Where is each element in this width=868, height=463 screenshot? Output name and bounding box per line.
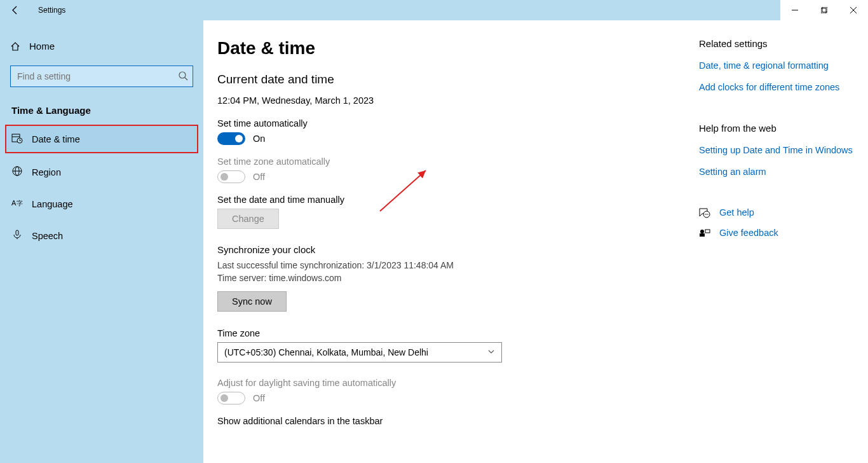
- home-icon: [10, 41, 20, 52]
- close-icon: [850, 7, 857, 13]
- close-button[interactable]: [839, 0, 868, 20]
- svg-rect-26: [705, 230, 710, 233]
- sidebar-item-language[interactable]: A字 Language: [0, 191, 203, 217]
- calendar-clock-icon: [11, 132, 23, 146]
- sidebar-category: Time & Language: [0, 100, 203, 125]
- current-datetime-heading: Current date and time: [217, 73, 699, 86]
- search-input[interactable]: [10, 66, 193, 87]
- dst-label: Adjust for daylight saving time automati…: [217, 378, 699, 388]
- sidebar-home-label: Home: [29, 41, 55, 52]
- maximize-icon: [821, 7, 827, 13]
- sync-server-text: Time server: time.windows.com: [217, 272, 699, 284]
- set-time-auto-state: On: [253, 134, 265, 144]
- minimize-button[interactable]: [780, 0, 810, 20]
- sidebar-item-region[interactable]: Region: [0, 158, 203, 186]
- link-regional-formatting[interactable]: Date, time & regional formatting: [699, 58, 853, 79]
- svg-text:字: 字: [17, 200, 23, 207]
- search-icon: [178, 71, 188, 83]
- feedback-icon: [699, 228, 710, 240]
- set-time-auto-label: Set time automatically: [217, 118, 699, 128]
- get-help-row[interactable]: Get help: [699, 207, 853, 220]
- dst-toggle: [217, 392, 245, 404]
- main-content: Date & time Current date and time 12:04 …: [203, 20, 699, 463]
- sidebar: Home Time & Language Date & time Region: [0, 20, 203, 463]
- svg-point-21: [705, 214, 705, 214]
- help-web-heading: Help from the web: [699, 123, 853, 134]
- change-button: Change: [217, 209, 279, 229]
- sidebar-home[interactable]: Home: [0, 34, 203, 58]
- get-help-link[interactable]: Get help: [719, 207, 754, 220]
- additional-calendars-label: Show additional calendars in the taskbar: [217, 416, 699, 426]
- set-tz-auto-label: Set time zone automatically: [217, 156, 699, 167]
- sync-now-button[interactable]: Sync now: [217, 291, 287, 312]
- globe-icon: [11, 166, 23, 178]
- sidebar-item-label: Language: [32, 199, 73, 209]
- svg-text:A: A: [11, 199, 17, 207]
- manual-datetime-label: Set the date and time manually: [217, 195, 699, 205]
- sidebar-item-speech[interactable]: Speech: [0, 222, 203, 249]
- svg-rect-17: [16, 230, 18, 235]
- svg-rect-1: [821, 8, 826, 13]
- chevron-down-icon: [487, 347, 495, 357]
- sidebar-item-label: Speech: [32, 231, 63, 241]
- current-datetime-value: 12:04 PM, Wednesday, March 1, 2023: [217, 95, 699, 106]
- give-feedback-link[interactable]: Give feedback: [719, 228, 778, 240]
- set-tz-auto-toggle: [217, 170, 245, 183]
- svg-rect-25: [700, 233, 705, 237]
- dst-state: Off: [253, 393, 265, 403]
- titlebar: Settings: [0, 0, 868, 20]
- back-button[interactable]: [0, 0, 31, 20]
- svg-point-23: [707, 214, 708, 214]
- set-tz-auto-state: Off: [253, 172, 265, 182]
- svg-line-6: [185, 78, 187, 80]
- arrow-left-icon: [10, 5, 20, 15]
- svg-point-22: [706, 214, 707, 214]
- maximize-button[interactable]: [810, 0, 839, 20]
- sync-last-text: Last successful time synchronization: 3/…: [217, 259, 699, 272]
- svg-point-5: [179, 72, 186, 78]
- page-title: Date & time: [217, 38, 699, 59]
- sidebar-item-date-time[interactable]: Date & time: [5, 125, 198, 153]
- sync-heading: Synchronize your clock: [217, 244, 699, 255]
- svg-point-24: [700, 230, 704, 233]
- language-icon: A字: [11, 198, 23, 209]
- microphone-icon: [11, 230, 23, 242]
- minimize-icon: [792, 7, 798, 13]
- sidebar-item-label: Date & time: [32, 134, 80, 144]
- chat-icon: [699, 208, 710, 220]
- give-feedback-row[interactable]: Give feedback: [699, 228, 853, 240]
- aside-panel: Related settings Date, time & regional f…: [699, 20, 868, 463]
- svg-rect-2: [822, 7, 827, 12]
- timezone-value: (UTC+05:30) Chennai, Kolkata, Mumbai, Ne…: [224, 347, 428, 357]
- sidebar-item-label: Region: [32, 167, 61, 177]
- set-time-auto-toggle[interactable]: [217, 132, 245, 145]
- timezone-label: Time zone: [217, 328, 699, 338]
- window-title: Settings: [31, 6, 65, 15]
- related-settings-heading: Related settings: [699, 38, 853, 49]
- link-help-alarm[interactable]: Setting an alarm: [699, 164, 853, 186]
- link-help-datetime[interactable]: Setting up Date and Time in Windows: [699, 142, 853, 164]
- link-add-clocks[interactable]: Add clocks for different time zones: [699, 79, 853, 101]
- timezone-select[interactable]: (UTC+05:30) Chennai, Kolkata, Mumbai, Ne…: [217, 342, 502, 363]
